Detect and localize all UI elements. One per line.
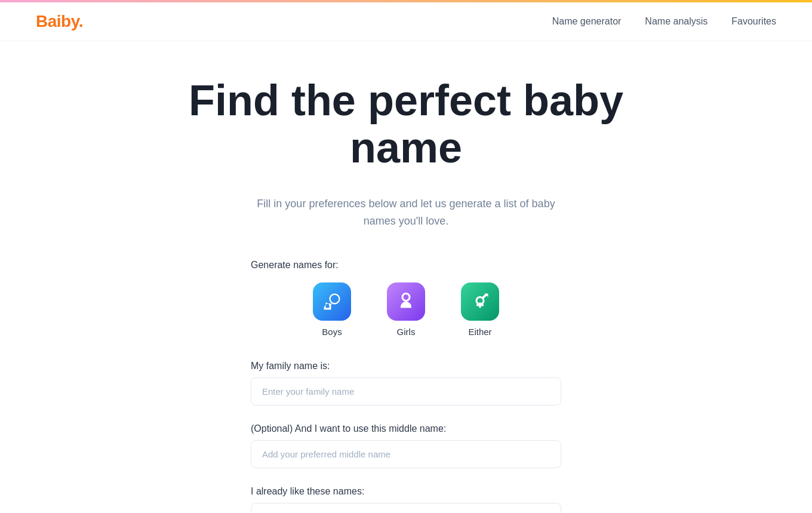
logo[interactable]: Baiby. [36,12,83,31]
gender-option-girls[interactable]: Girls [387,282,425,337]
boys-label: Boys [322,327,342,337]
either-icon-wrapper [461,282,499,321]
logo-text: Baiby [36,12,79,30]
girls-icon-wrapper [387,282,425,321]
either-icon [469,291,491,312]
gender-section-label: Generate names for: [251,260,561,271]
gender-option-boys[interactable]: Boys [313,282,351,337]
nav: Name generator Name analysis Favourites [552,16,776,27]
hero-subtitle: Fill in your preferences below and let u… [251,195,561,230]
middle-name-group: (Optional) And I want to use this middle… [251,423,561,468]
main-content: Find the perfect baby name Fill in your … [149,41,663,513]
female-icon [395,291,417,312]
boys-icon-wrapper [313,282,351,321]
liked-names-group: I already like these names: Select... ⌄ [251,486,561,513]
middle-name-input[interactable] [251,440,561,468]
family-name-label: My family name is: [251,361,561,371]
gender-options: Boys Girls Either [251,282,561,337]
logo-dot: . [79,12,83,30]
hero-title: Find the perfect baby name [161,77,651,171]
girls-label: Girls [397,327,416,337]
either-label: Either [468,327,491,337]
family-name-input[interactable] [251,377,561,406]
nav-item-name-analysis[interactable]: Name analysis [645,16,708,27]
male-icon [321,291,343,312]
liked-names-select-wrapper: Select... ⌄ [251,503,561,513]
liked-names-label: I already like these names: [251,486,561,497]
liked-names-select[interactable]: Select... [251,503,561,513]
header: Baiby. Name generator Name analysis Favo… [0,2,812,41]
form-section: Generate names for: Boys Girls [251,260,561,513]
family-name-group: My family name is: [251,361,561,406]
middle-name-label: (Optional) And I want to use this middle… [251,423,561,434]
nav-item-favourites[interactable]: Favourites [731,16,776,27]
nav-item-name-generator[interactable]: Name generator [552,16,622,27]
gender-option-either[interactable]: Either [461,282,499,337]
